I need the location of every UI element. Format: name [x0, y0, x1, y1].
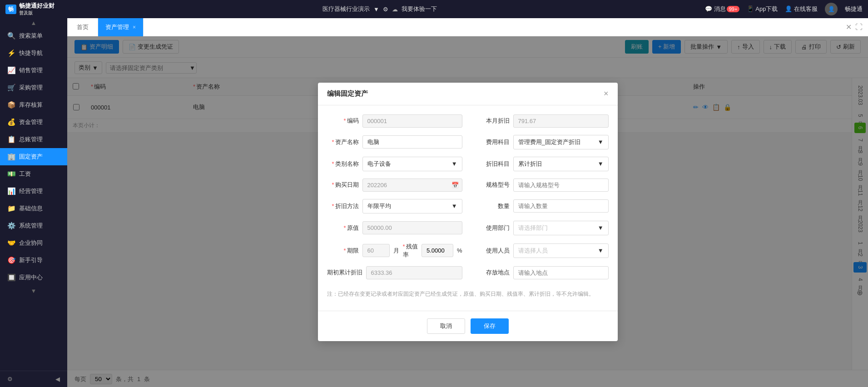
cooperation-icon: 🤝	[7, 239, 15, 247]
category-dropdown-icon: ▼	[451, 160, 457, 167]
sidebar-label-sales: 销售管理	[19, 66, 43, 74]
initial-accumulated-input[interactable]	[366, 266, 462, 279]
inventory-icon: 📦	[7, 101, 15, 109]
form-group-department: 使用部门 请选择部门 ▼	[473, 221, 609, 235]
sidebar-label-capital: 资金管理	[19, 118, 43, 126]
sidebar-label-search: 搜索菜单	[19, 32, 43, 40]
tab-asset-mgmt-label: 资产管理	[105, 23, 129, 31]
customer-service-btn[interactable]: 👤 在线客服	[785, 5, 818, 13]
cancel-btn[interactable]: 取消	[427, 318, 465, 334]
tab-right-icons: ✕ ⛶	[846, 23, 868, 31]
calendar-icon: 📅	[451, 182, 459, 189]
sidebar-item-app-center[interactable]: 🔲 应用中心	[0, 269, 67, 286]
sidebar-item-fixed-assets[interactable]: 🏢 固定资产	[0, 148, 67, 165]
residual-rate-input[interactable]	[422, 244, 453, 257]
settings-icon[interactable]: ⚙	[383, 6, 388, 13]
sidebar-label-inventory: 库存核算	[19, 101, 43, 109]
tab-home-label: 首页	[77, 23, 89, 31]
form-group-asset-name: *资产名称	[327, 135, 462, 149]
category-select[interactable]: 电子设备 ▼	[362, 157, 462, 171]
modal-overlay: 编辑固定资产 × *编码	[67, 36, 868, 387]
purchase-date-input[interactable]	[362, 179, 462, 192]
residual-rate-label: *残值率	[403, 243, 418, 259]
sidebar-label-fixed-assets: 固定资产	[19, 153, 43, 161]
quantity-input[interactable]	[513, 199, 609, 213]
sidebar-label-payroll: 工资	[19, 170, 31, 178]
app-download-btn[interactable]: 📱 App下载	[747, 5, 778, 13]
top-bar: 畅 畅捷通好业财 普及版 医疗器械行业演示 ▼ ⚙ ☁ 我要体验一下 💬 消息9…	[0, 0, 868, 18]
app-name: 畅捷通好业财	[19, 2, 55, 10]
sidebar: ▲ 🔍 搜索菜单 ⚡ 快捷导航 📈 销售管理 🛒 采购管理 📦 库存核算	[0, 18, 67, 387]
sidebar-item-purchase[interactable]: 🛒 采购管理	[0, 79, 67, 96]
quick-nav-icon: ⚡	[7, 49, 15, 57]
depreciation-subject-select[interactable]: 累计折旧 ▼	[513, 157, 609, 171]
sidebar-item-ledger[interactable]: 📋 总账管理	[0, 131, 67, 148]
sidebar-item-search[interactable]: 🔍 搜索菜单	[0, 27, 67, 45]
modal-close-btn[interactable]: ×	[604, 89, 609, 99]
message-badge: 99+	[727, 6, 740, 12]
tab-close-icon[interactable]: ×	[133, 24, 136, 30]
form-row-4: *购买日期 📅 规格型号	[327, 179, 609, 192]
expense-subject-select[interactable]: 管理费用_固定资产折旧 ▼	[513, 135, 609, 149]
depreciation-method-select[interactable]: 年限平均 ▼	[362, 199, 462, 213]
tab-asset-mgmt[interactable]: 资产管理 ×	[98, 18, 144, 36]
experience-label[interactable]: 我要体验一下	[402, 5, 437, 13]
depreciation-method-dropdown-icon: ▼	[451, 203, 457, 209]
period-unit: 月	[393, 247, 399, 255]
asset-name-input[interactable]	[362, 135, 462, 149]
tab-close-right-icon[interactable]: ✕	[846, 23, 852, 31]
top-bar-right: 💬 消息99+ 📱 App下载 👤 在线客服 👤 畅捷通	[705, 3, 863, 15]
save-btn[interactable]: 保存	[471, 318, 509, 334]
app-center-icon: 🔲	[7, 273, 15, 282]
sidebar-scroll-up[interactable]: ▲	[0, 18, 67, 27]
sidebar-collapse-icon[interactable]: ◀	[55, 376, 60, 382]
sidebar-item-payroll[interactable]: 💵 工资	[0, 165, 67, 183]
tab-home[interactable]: 首页	[67, 18, 98, 36]
tab-expand-icon[interactable]: ⛶	[855, 23, 863, 31]
sidebar-scroll-down[interactable]: ▼	[0, 286, 67, 295]
form-group-spec: 规格型号	[473, 179, 609, 192]
fixed-assets-icon: 🏢	[7, 153, 15, 161]
this-month-depreciation-input[interactable]	[513, 114, 609, 128]
form-group-expense-subject: 费用科目 管理费用_固定资产折旧 ▼	[473, 135, 609, 149]
code-input[interactable]	[362, 114, 462, 128]
department-select[interactable]: 请选择部门 ▼	[513, 221, 609, 235]
modal-note: 注：已经存在变更记录或者对应固定资产已经生成凭证，原值、购买日期、残值率、累计折…	[327, 287, 609, 302]
sidebar-item-inventory[interactable]: 📦 库存核算	[0, 96, 67, 114]
payroll-icon: 💵	[7, 170, 15, 178]
capital-icon: 💰	[7, 118, 15, 126]
sidebar-label-cooperation: 企业协同	[19, 239, 43, 247]
form-group-this-month-depreciation: 本月折旧	[473, 114, 609, 128]
storage-location-input[interactable]	[513, 266, 609, 279]
period-input[interactable]	[362, 244, 390, 257]
sidebar-label-system: 系统管理	[19, 222, 43, 230]
sidebar-item-system[interactable]: ⚙️ 系统管理	[0, 217, 67, 234]
sidebar-item-guide[interactable]: 🎯 新手引导	[0, 252, 67, 269]
sidebar-item-cooperation[interactable]: 🤝 企业协同	[0, 234, 67, 252]
sidebar-item-sales[interactable]: 📈 销售管理	[0, 62, 67, 79]
sidebar-item-quick-nav[interactable]: ⚡ 快捷导航	[0, 45, 67, 62]
operations-icon: 📊	[7, 187, 15, 195]
top-bar-center: 医疗器械行业演示 ▼ ⚙ ☁ 我要体验一下	[322, 5, 437, 13]
personnel-select[interactable]: 请选择人员 ▼	[513, 243, 609, 258]
dropdown-icon[interactable]: ▼	[373, 6, 379, 13]
tab-bar: 首页 资产管理 × ✕ ⛶	[67, 18, 868, 36]
sidebar-item-capital[interactable]: 💰 资金管理	[0, 114, 67, 131]
spec-input[interactable]	[513, 179, 609, 192]
original-value-input[interactable]	[362, 221, 462, 234]
app-logo: 畅 畅捷通好业财 普及版	[5, 2, 55, 16]
form-group-depreciation-method: *折旧方法 年限平均 ▼	[327, 199, 462, 213]
form-row-6: *原值 使用部门 请选择部门 ▼	[327, 221, 609, 235]
sidebar-label-quick-nav: 快捷导航	[19, 49, 43, 57]
modal-header: 编辑固定资产 ×	[318, 83, 618, 105]
search-icon: 🔍	[7, 32, 15, 40]
sidebar-item-basic-info[interactable]: 📁 基础信息	[0, 200, 67, 217]
form-group-original-value: *原值	[327, 221, 462, 235]
sidebar-label-guide: 新手引导	[19, 256, 43, 264]
form-row-8: 期初累计折旧 存放地点	[327, 266, 609, 279]
top-bar-left: 畅 畅捷通好业财 普及版	[5, 2, 55, 16]
message-btn[interactable]: 💬 消息99+	[705, 5, 739, 13]
sidebar-settings-icon[interactable]: ⚙	[7, 376, 13, 382]
edit-asset-modal: 编辑固定资产 × *编码	[318, 83, 618, 341]
sidebar-item-operations[interactable]: 📊 经营管理	[0, 183, 67, 200]
